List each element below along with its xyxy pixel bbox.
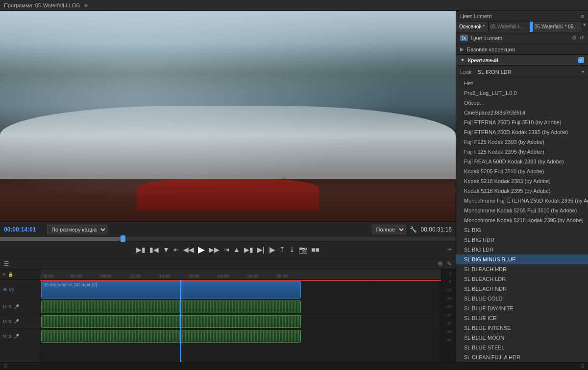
tab-secondary[interactable]: 05-Waterfall-i * 05-W... [533, 22, 581, 32]
dropdown-item-19[interactable]: SL BLEACH HDR [456, 264, 588, 274]
dropdown-item-24[interactable]: SL BLUE ICE [456, 313, 588, 323]
dropdown-item-25[interactable]: SL BLUE INTENSE [456, 323, 588, 333]
dropdown-item-4[interactable]: Fuji ETERNA 250D Fuji 3510 (by Adobe) [456, 117, 588, 127]
track-icon-m-a1[interactable]: M [3, 304, 7, 309]
track-icon-s-a2[interactable]: S [9, 319, 12, 324]
dropdown-item-18[interactable]: SL BIG MINUS BLUE [456, 254, 588, 264]
track-icon-m-a2[interactable]: M [3, 319, 7, 324]
dropdown-item-9[interactable]: Kodak 5205 Fuji 3510 (by Adobe) [456, 166, 588, 176]
progress-handle[interactable] [121, 235, 125, 242]
panel-menu-button[interactable]: ≡ [581, 13, 584, 19]
track-row-a3 [40, 329, 441, 344]
dropdown-item-1[interactable]: Pro2_iLog_LUT_1.0.0 [456, 88, 588, 98]
overwrite-button[interactable]: |▶ [266, 245, 277, 254]
dropdown-item-21[interactable]: SL BLEACH NDR [456, 284, 588, 294]
track-icon-s-a1[interactable]: S [9, 304, 12, 309]
dropdown-item-23[interactable]: SL BLUE DAY4NITE [456, 303, 588, 313]
progress-bar [0, 237, 456, 241]
wrench-icon[interactable]: 🔧 [410, 226, 417, 233]
dropdown-item-13[interactable]: Monochrome Kodak 5205 Fuji 3510 (by Adob… [456, 206, 588, 215]
track-icon-mic-a2[interactable]: 🎤 [14, 319, 19, 324]
quality-select[interactable]: Полное [372, 225, 406, 234]
track-icon-s-a3[interactable]: S [9, 334, 12, 339]
vu-0: 0 [449, 271, 451, 276]
play-button[interactable]: ▶ [196, 243, 207, 256]
track-labels: 👁 🔒 👁 V1 M S 🎤 [0, 269, 40, 362]
dropdown-item-20[interactable]: SL BLEACH LDR [456, 274, 588, 284]
dropdown-item-22[interactable]: SL BLUE COLD [456, 294, 588, 303]
frame-size-select[interactable]: По размеру кадра [47, 225, 107, 234]
dropdown-item-3[interactable]: CineSpace2383sRGB6bit [456, 108, 588, 117]
playback-controls: ▶▮ ▮◀ ▼ ⇤ ◀◀ ▶ ▶▶ ⇥ ▲ ▶▮ ▶| |▶ ⤒ ⤓ 📷 ■■ … [0, 241, 456, 258]
lock-all-icon[interactable]: 🔒 [8, 272, 13, 277]
dropdown-item-17[interactable]: SL BIG LDR [456, 245, 588, 254]
audio-clip-a2[interactable] [41, 315, 301, 328]
dropdown-item-28[interactable]: SL CLEAN FUJI A HDR [456, 352, 588, 362]
to-start-button[interactable]: ⇤ [172, 245, 181, 254]
dropdown-item-12[interactable]: Monochrome Fuji ETERNA 250D Kodak 2395 (… [456, 196, 588, 206]
dropdown-item-10[interactable]: Kodak 5218 Kodak 2383 (by Adobe) [456, 176, 588, 186]
tab-arrow-icon[interactable]: ▾ [581, 22, 588, 32]
progress-bar-container[interactable] [0, 237, 456, 241]
lift-button[interactable]: ⤒ [277, 245, 287, 254]
to-in-point-button[interactable]: ▶▮ [134, 245, 147, 254]
audio-clip-a3[interactable] [41, 330, 301, 343]
creative-enabled-checkbox[interactable]: ✓ [578, 57, 584, 63]
basic-correction-header[interactable]: ▶ Базовая коррекция [456, 44, 588, 55]
next-frame-button[interactable]: ▲ [231, 245, 242, 254]
track-icon-mic-a1[interactable]: 🎤 [14, 304, 19, 309]
timeline-menu-icon[interactable]: ☰ [4, 260, 9, 267]
tabs-bar: Основной * 05-Waterfall-i-L... 05-Waterf… [456, 22, 588, 32]
extract-button[interactable]: ⤓ [287, 245, 297, 254]
look-dropdown-arrow[interactable]: ▾ [582, 69, 584, 74]
insert-button[interactable]: ▶| [255, 245, 267, 254]
step-back2-button[interactable]: ◀◀ [181, 245, 196, 254]
track-icon-m-a3[interactable]: M [3, 334, 7, 339]
track-icon-mic-a3[interactable]: 🎤 [14, 334, 19, 339]
track-name-v1: V1 [9, 287, 14, 292]
clip-label-v1: 05-Waterfall-i-LOG.mp4 [V] [42, 281, 300, 288]
dropdown-item-27[interactable]: SL BLUE STEEL [456, 343, 588, 352]
main-content: 00:00:14:01 По размеру кадра Полное 🔧 00… [0, 11, 588, 362]
prev-frame-button[interactable]: ▼ [161, 245, 172, 254]
top-bar: Программа: 05-Waterfall-i-LOG ≡ [0, 0, 588, 11]
track-label-v1: 👁 V1 [0, 280, 40, 300]
dropdown-item-16[interactable]: SL BIG HDR [456, 235, 588, 245]
fx-settings-icon[interactable]: ⚙ [572, 35, 577, 41]
dropdown-item-8[interactable]: Fuji REALA 500D Kodak 2393 (by Adobe) [456, 157, 588, 166]
dropdown-item-6[interactable]: Fuji F125 Kodak 2393 (by Adobe) [456, 137, 588, 147]
video-clip-v1[interactable]: 05-Waterfall-i-LOG.mp4 [V] [41, 281, 301, 299]
step-back-button[interactable]: ▮◀ [147, 245, 161, 254]
dropdown-item-11[interactable]: Kodak 5218 Kodak 2395 (by Adobe) [456, 186, 588, 196]
dropdown-item-2[interactable]: Обзор... [456, 98, 588, 108]
creative-section-header[interactable]: ▼ Креативный ✓ [456, 55, 588, 66]
status-text: S [4, 364, 7, 369]
program-menu-icon[interactable]: ≡ [84, 2, 87, 8]
dropdown-item-26[interactable]: SL BLUE MOON [456, 333, 588, 343]
dropdown-item-14[interactable]: Monochrome Kodak 5218 Kodak 2395 (by Ado… [456, 215, 588, 225]
basic-collapse-icon: ▶ [460, 46, 464, 52]
timeline-tool2[interactable]: ✎ [447, 260, 452, 267]
trim-button[interactable]: ■■ [309, 245, 321, 254]
to-end-button[interactable]: ⇥ [221, 245, 231, 254]
eye-v1-icon[interactable]: 👁 [3, 287, 7, 292]
step-forward-button[interactable]: ▶▶ [207, 245, 221, 254]
export-frame-button[interactable]: 📷 [297, 245, 309, 254]
eye-all-icon[interactable]: 👁 [2, 272, 6, 277]
timeline-tool1[interactable]: ⚙ [438, 260, 443, 267]
dropdown-item-15[interactable]: SL BIG [456, 225, 588, 235]
tab-primary[interactable]: Основной * [456, 22, 489, 32]
tab-file-label: 05-Waterfall-i-L... [490, 24, 528, 29]
basic-section-title: Базовая коррекция [467, 46, 584, 52]
ruler-mark-8: :32:00 [275, 274, 288, 278]
dropdown-item-0[interactable]: Нет [456, 78, 588, 88]
vu-18: -18 [446, 296, 452, 301]
dropdown-item-5[interactable]: Fuji ETERNA 250D Kodak 2395 (by Adobe) [456, 127, 588, 137]
add-button[interactable]: + [448, 246, 452, 253]
ruler-mark-2: :08:00 [99, 274, 111, 278]
dropdown-item-7[interactable]: Fuji F125 Kodak 2395 (by Adobe) [456, 147, 588, 157]
look-select-row: SL IRON LDR ▾ [478, 69, 584, 75]
fx-reset-icon[interactable]: ↺ [580, 35, 584, 41]
audio-clip-a1[interactable] [41, 301, 301, 313]
step-forward2-button[interactable]: ▶▮ [242, 245, 255, 254]
